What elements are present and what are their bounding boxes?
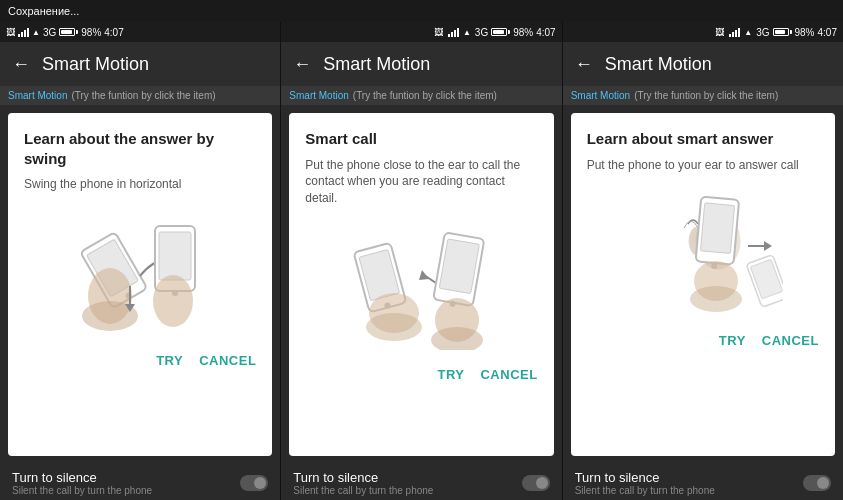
saving-text: Сохранение...	[8, 4, 79, 18]
panel3-dialog-title: Learn about smart answer	[587, 129, 819, 149]
panel2-subtitle-link[interactable]: Smart Motion	[289, 90, 348, 101]
panel3-app-title: Smart Motion	[605, 54, 712, 75]
panel3-subtitle-bar: Smart Motion (Try the funtion by click t…	[563, 86, 843, 105]
svg-rect-31	[750, 260, 782, 299]
panel1-toggle-switch[interactable]	[240, 475, 268, 491]
panel3-toggle-row: Turn to silence Silent the call by turn …	[575, 470, 831, 496]
panel2-image-icon: 🖼	[434, 27, 443, 37]
panel3-try-button[interactable]: TRY	[719, 333, 746, 348]
panel3-subtitle-text: (Try the funtion by click the item)	[634, 90, 778, 101]
panel3-dialog-card: Learn about smart answer Put the phone t…	[571, 113, 835, 456]
panel2-toggle-knob	[536, 477, 548, 489]
panel1-illustration	[24, 201, 256, 341]
panel3-status-bar: 🖼 ▲ 3G 98% 4:07	[563, 22, 843, 42]
panel2-bottom-bar: Turn to silence Silent the call by turn …	[281, 464, 561, 500]
panel1-status-bar: 🖼 ▲ 3G 98% 4:07	[0, 22, 280, 42]
panel3-time-label: 4:07	[818, 27, 837, 38]
panel3-bottom-bar: Turn to silence Silent the call by turn …	[563, 464, 843, 500]
panel3-back-button[interactable]: ←	[575, 54, 593, 75]
panel2-network-label: 3G	[475, 27, 488, 38]
svg-marker-29	[764, 241, 772, 251]
panel2-bottom-title: Turn to silence	[293, 470, 433, 485]
svg-point-15	[366, 313, 422, 341]
panel2-app-header: ← Smart Motion	[281, 42, 561, 86]
top-status-bar: Сохранение...	[0, 0, 843, 22]
panel2-signal-icon	[448, 27, 459, 37]
wifi-icon: ▲	[32, 28, 40, 37]
panel3-dialog-desc: Put the phone to your ear to answer call	[587, 157, 819, 174]
panel1-toggle-row: Turn to silence Silent the call by turn …	[12, 470, 268, 496]
panel1-bottom-title: Turn to silence	[12, 470, 152, 485]
panel2-app-title: Smart Motion	[323, 54, 430, 75]
panel1-dialog-title: Learn about the answer by swing	[24, 129, 256, 168]
panel1-subtitle-link[interactable]: Smart Motion	[8, 90, 67, 101]
panel3-dialog-actions: TRY CANCEL	[587, 325, 819, 348]
panel1-bottom-subtitle: Silent the call by turn the phone	[12, 485, 152, 496]
image-icon: 🖼	[6, 27, 15, 37]
svg-point-28	[690, 286, 742, 312]
battery-pct: 98%	[81, 27, 101, 38]
panel2-dialog-card: Smart call Put the phone close to the ea…	[289, 113, 553, 456]
panel3-signal-icon	[729, 27, 740, 37]
panel3-cancel-button[interactable]: CANCEL	[762, 333, 819, 348]
panel1-dialog-actions: TRY CANCEL	[24, 345, 256, 368]
panel3-battery-icon	[773, 28, 792, 36]
panel2-wifi-icon: ▲	[463, 28, 471, 37]
svg-rect-7	[159, 232, 191, 280]
panel2-toggle-row: Turn to silence Silent the call by turn …	[293, 470, 549, 496]
panel2-subtitle-text: (Try the funtion by click the item)	[353, 90, 497, 101]
panel3-network-label: 3G	[756, 27, 769, 38]
svg-point-9	[153, 275, 193, 327]
panel3-toggle-switch[interactable]	[803, 475, 831, 491]
panels-container: 🖼 ▲ 3G 98% 4:07 ← Smart Motion Smart Mot…	[0, 22, 843, 500]
panel3-illustration	[587, 181, 819, 321]
panel1-back-button[interactable]: ←	[12, 54, 30, 75]
panel3-toggle-knob	[817, 477, 829, 489]
panel2-back-button[interactable]: ←	[293, 54, 311, 75]
panel-1: 🖼 ▲ 3G 98% 4:07 ← Smart Motion Smart Mot…	[0, 22, 281, 500]
panel1-app-title: Smart Motion	[42, 54, 149, 75]
panel2-dialog-desc: Put the phone close to the ear to call t…	[305, 157, 537, 207]
panel2-illustration	[305, 215, 537, 355]
panel1-bottom-text: Turn to silence Silent the call by turn …	[12, 470, 152, 496]
panel1-subtitle-text: (Try the funtion by click the item)	[71, 90, 215, 101]
panel2-status-bar: 🖼 ▲ 3G 98% 4:07	[281, 22, 561, 42]
panel1-subtitle-bar: Smart Motion (Try the funtion by click t…	[0, 86, 280, 105]
panel1-toggle-knob	[254, 477, 266, 489]
panel1-bottom-bar: Turn to silence Silent the call by turn …	[0, 464, 280, 500]
panel2-cancel-button[interactable]: CANCEL	[480, 367, 537, 382]
panel2-dialog-title: Smart call	[305, 129, 537, 149]
network-label: 3G	[43, 27, 56, 38]
panel2-bottom-text: Turn to silence Silent the call by turn …	[293, 470, 433, 496]
svg-rect-25	[700, 203, 734, 253]
panel3-bottom-title: Turn to silence	[575, 470, 715, 485]
panel2-bottom-subtitle: Silent the call by turn the phone	[293, 485, 433, 496]
time-label: 4:07	[104, 27, 123, 38]
panel2-try-button[interactable]: TRY	[437, 367, 464, 382]
panel2-toggle-switch[interactable]	[522, 475, 550, 491]
panel1-app-header: ← Smart Motion	[0, 42, 280, 86]
panel-3: 🖼 ▲ 3G 98% 4:07 ← Smart Motion Smart Mot…	[563, 22, 843, 500]
panel2-subtitle-bar: Smart Motion (Try the funtion by click t…	[281, 86, 561, 105]
panel1-cancel-button[interactable]: CANCEL	[199, 353, 256, 368]
panel2-battery-icon	[491, 28, 510, 36]
panel3-bottom-subtitle: Silent the call by turn the phone	[575, 485, 715, 496]
panel3-app-header: ← Smart Motion	[563, 42, 843, 86]
panel3-battery-pct: 98%	[795, 27, 815, 38]
panel3-bottom-text: Turn to silence Silent the call by turn …	[575, 470, 715, 496]
panel1-dialog-desc: Swing the phone in horizontal	[24, 176, 256, 193]
panel1-try-button[interactable]: TRY	[156, 353, 183, 368]
panel-2: 🖼 ▲ 3G 98% 4:07 ← Smart Motion Smart Mot…	[281, 22, 562, 500]
panel2-time-label: 4:07	[536, 27, 555, 38]
signal-icon	[18, 27, 29, 37]
panel1-dialog-card: Learn about the answer by swing Swing th…	[8, 113, 272, 456]
panel3-image-icon: 🖼	[715, 27, 724, 37]
panel3-wifi-icon: ▲	[744, 28, 752, 37]
panel2-battery-pct: 98%	[513, 27, 533, 38]
battery-icon	[59, 28, 78, 36]
panel3-subtitle-link[interactable]: Smart Motion	[571, 90, 630, 101]
svg-marker-16	[419, 270, 429, 280]
panel2-dialog-actions: TRY CANCEL	[305, 359, 537, 382]
